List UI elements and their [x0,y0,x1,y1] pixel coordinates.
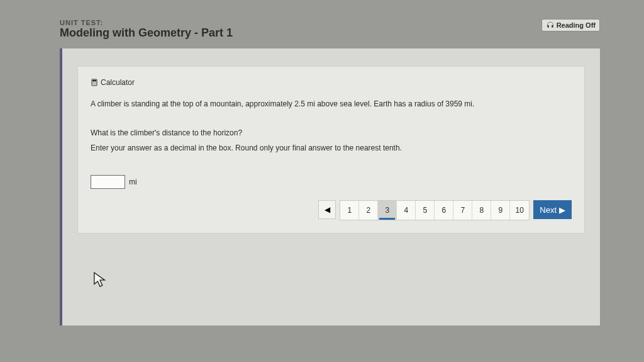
chevron-right-icon: ▶ [559,205,565,215]
page-numbers: 12345678910 [340,200,530,220]
header-row: UNIT TEST: Modeling with Geometry - Part… [60,19,600,40]
next-button[interactable]: Next ▶ [533,200,572,219]
page-number-3[interactable]: 3 [378,201,397,220]
calculator-label: Calculator [101,78,135,87]
svg-point-7 [95,84,96,84]
unit-label: UNIT TEST: [60,19,233,26]
page-number-2[interactable]: 2 [359,201,378,220]
page-number-4[interactable]: 4 [397,201,416,220]
problem-text: A climber is standing at the top of a mo… [91,98,572,110]
page-number-10[interactable]: 10 [510,201,529,220]
chevron-left-icon: ◀ [325,205,330,214]
svg-point-4 [95,82,96,83]
content-panel: Calculator A climber is standing at the … [60,48,600,325]
question-instruction: Enter your answer as a decimal in the bo… [91,144,572,152]
page-number-1[interactable]: 1 [340,201,359,220]
next-button-label: Next [540,205,557,215]
svg-point-6 [94,84,94,84]
answer-row: mi [91,175,572,189]
answer-input[interactable] [91,175,125,189]
calculator-button[interactable]: Calculator [91,78,572,87]
svg-point-2 [92,82,93,83]
reading-toggle-label: Reading Off [557,21,596,29]
answer-unit: mi [129,178,137,186]
svg-point-5 [92,84,93,84]
svg-rect-1 [92,80,96,82]
page-number-6[interactable]: 6 [435,201,453,220]
pager: ◀ 12345678910 Next ▶ [318,200,572,220]
prev-button[interactable]: ◀ [318,200,336,219]
calculator-icon [91,79,98,86]
page-number-9[interactable]: 9 [491,201,510,220]
page-title: Modeling with Geometry - Part 1 [60,26,233,40]
reading-toggle-button[interactable]: Reading Off [541,19,600,31]
svg-point-3 [94,82,94,83]
page-number-8[interactable]: 8 [472,201,491,220]
headphones-icon [546,21,555,30]
page-number-7[interactable]: 7 [453,201,472,220]
question-card: Calculator A climber is standing at the … [77,66,585,234]
question-prompt: What is the climber's distance to the ho… [91,128,572,137]
page-number-5[interactable]: 5 [416,201,435,220]
